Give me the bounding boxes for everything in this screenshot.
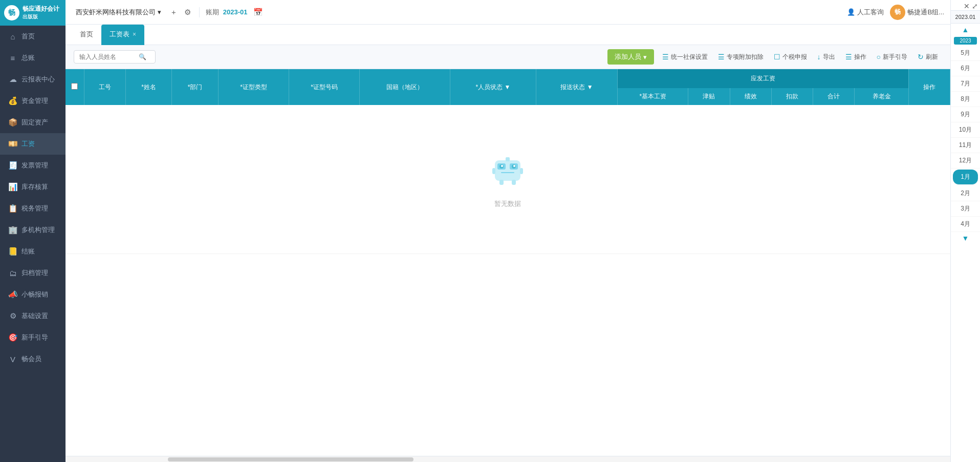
- month-item-4月[interactable]: 4月: [951, 217, 980, 232]
- toolbar-action-1[interactable]: ☰专项附加扣除: [714, 51, 768, 64]
- tab-salary-close[interactable]: ×: [133, 31, 136, 38]
- month-item-3月[interactable]: 3月: [951, 201, 980, 217]
- sidebar-item-多机构管理[interactable]: 🏢多机构管理: [0, 219, 66, 241]
- toolbar-right: 添加人员 ▾ ☰统一社保设置☰专项附加扣除☐个税申报↓导出☰操作○新手引导↻刷新: [607, 49, 942, 65]
- th-status[interactable]: *人员状态 ▼: [450, 69, 536, 105]
- th-performance: 绩效: [730, 88, 771, 105]
- month-item-2月[interactable]: 2月: [951, 186, 980, 201]
- sidebar-item-固定资产[interactable]: 📦固定资产: [0, 112, 66, 133]
- month-item-5月[interactable]: 5月: [951, 46, 980, 61]
- scrollbar-thumb[interactable]: [168, 457, 413, 461]
- sidebar-item-结账[interactable]: 📒结账: [0, 241, 66, 262]
- month-item-11月[interactable]: 11月: [951, 138, 980, 153]
- company-name: 西安虾米网络科技有限公司: [76, 8, 156, 17]
- settings-button[interactable]: ⚙: [182, 6, 193, 19]
- svg-rect-5: [492, 168, 495, 174]
- horizontal-scrollbar[interactable]: [66, 456, 950, 462]
- sidebar-icon-6: 🧾: [8, 161, 17, 170]
- month-item-8月[interactable]: 8月: [951, 92, 980, 107]
- tab-salary[interactable]: 工资表 ×: [101, 25, 144, 45]
- logo-text: 畅应通好会计: [23, 5, 59, 13]
- sidebar-icon-2: ☁: [8, 75, 17, 84]
- sidebar-item-发票管理[interactable]: 🧾发票管理: [0, 155, 66, 176]
- calendar-icon[interactable]: 📅: [251, 6, 265, 19]
- sidebar-label-14: 新手引导: [21, 333, 48, 342]
- th-empno: 工号: [84, 69, 125, 105]
- right-panel: ✕ ⤢ 2023.01 ▲ 20235月6月7月8月9月10月11月12月1月2…: [950, 0, 980, 462]
- company-selector[interactable]: 西安虾米网络科技有限公司 ▾: [72, 6, 165, 19]
- sidebar-item-云报表中心[interactable]: ☁云报表中心: [0, 69, 66, 90]
- nav-down[interactable]: ▼: [951, 232, 980, 244]
- toolbar-action-6[interactable]: ↻刷新: [913, 51, 942, 64]
- sidebar-icon-9: 🏢: [8, 225, 17, 235]
- month-item-6月[interactable]: 6月: [951, 61, 980, 76]
- sidebar-item-畅会员[interactable]: V畅会员: [0, 348, 66, 370]
- th-checkbox[interactable]: [66, 69, 84, 105]
- sidebar: 畅 畅应通好会计 出版版 ⌂首页≡总账☁云报表中心💰资金管理📦固定资产💴工资🧾发…: [0, 0, 66, 462]
- data-table: 工号 *姓名 *部门 *证型类型 *证型号码 国籍（地区） *人员状态 ▼ 报送…: [66, 69, 950, 254]
- sidebar-label-10: 结账: [21, 247, 35, 256]
- sidebar-label-11: 归档管理: [21, 268, 48, 278]
- th-report[interactable]: 报送状态 ▼: [536, 69, 618, 105]
- search-input[interactable]: [79, 53, 136, 60]
- logo-icon: 畅: [4, 5, 19, 20]
- nav-up[interactable]: ▲: [951, 24, 980, 36]
- sidebar-item-小畅报销[interactable]: 📣小畅报销: [0, 284, 66, 305]
- toolbar-action-0[interactable]: ☰统一社保设置: [658, 51, 712, 64]
- close-window-button[interactable]: ✕: [964, 2, 970, 10]
- period-value[interactable]: 2023-01: [223, 8, 248, 16]
- sidebar-icon-8: 📋: [8, 204, 17, 213]
- search-wrapper: 🔍: [74, 50, 156, 64]
- sidebar-item-工资[interactable]: 💴工资: [0, 133, 66, 155]
- sidebar-item-税务管理[interactable]: 📋税务管理: [0, 198, 66, 219]
- sidebar-icon-5: 💴: [8, 139, 17, 149]
- empty-row: 暂无数据: [66, 105, 950, 254]
- month-item-10月[interactable]: 10月: [951, 122, 980, 138]
- sidebar-label-6: 发票管理: [21, 161, 48, 170]
- sidebar-item-资金管理[interactable]: 💰资金管理: [0, 90, 66, 112]
- sidebar-item-归档管理[interactable]: 🗂归档管理: [0, 262, 66, 284]
- maximize-window-button[interactable]: ⤢: [972, 2, 978, 10]
- sidebar-item-首页[interactable]: ⌂首页: [0, 26, 66, 47]
- month-item-9月[interactable]: 9月: [951, 107, 980, 122]
- sidebar-icon-14: 🎯: [8, 333, 17, 342]
- th-allowance: 津贴: [688, 88, 730, 105]
- sidebar-label-2: 云报表中心: [21, 75, 55, 84]
- svg-point-11: [501, 165, 503, 167]
- sidebar-item-基础设置[interactable]: ⚙基础设置: [0, 305, 66, 327]
- select-all-checkbox[interactable]: [71, 83, 78, 90]
- toolbar-action-3[interactable]: ↓导出: [813, 51, 839, 64]
- divider: [199, 7, 200, 17]
- toolbar-action-2[interactable]: ☐个税申报: [770, 51, 811, 64]
- month-item-12月[interactable]: 12月: [951, 153, 980, 169]
- sidebar-item-总账[interactable]: ≡总账: [0, 47, 66, 69]
- empty-icon: [487, 150, 528, 191]
- topbar-right: 👤 人工客询 畅 畅捷通B组...: [847, 5, 944, 20]
- table-container: 工号 *姓名 *部门 *证型类型 *证型号码 国籍（地区） *人员状态 ▼ 报送…: [66, 69, 950, 456]
- toolbar-action-icon-6: ↻: [918, 53, 924, 61]
- th-dept: *部门: [172, 69, 219, 105]
- toolbar-action-5[interactable]: ○新手引导: [873, 51, 911, 64]
- tab-home[interactable]: 首页: [72, 25, 101, 45]
- svg-rect-0: [495, 160, 520, 181]
- add-person-button[interactable]: 添加人员 ▾: [607, 49, 654, 65]
- toolbar-action-icon-5: ○: [877, 53, 881, 61]
- year-badge: 2023: [954, 37, 977, 45]
- toolbar-action-4[interactable]: ☰操作: [841, 51, 870, 64]
- table-header-row1: 工号 *姓名 *部门 *证型类型 *证型号码 国籍（地区） *人员状态 ▼ 报送…: [66, 69, 950, 88]
- service-button[interactable]: 👤 人工客询: [847, 8, 884, 17]
- user-button[interactable]: 畅 畅捷通B组...: [890, 5, 944, 20]
- sidebar-icon-15: V: [8, 355, 17, 364]
- empty-cell: 暂无数据: [66, 105, 950, 254]
- sidebar-label-15: 畅会员: [21, 354, 41, 364]
- month-item-7月[interactable]: 7月: [951, 76, 980, 92]
- sidebar-item-新手引导[interactable]: 🎯新手引导: [0, 327, 66, 348]
- add-button[interactable]: +: [169, 6, 178, 18]
- sidebar-label-13: 基础设置: [21, 311, 48, 321]
- toolbar-action-label-4: 操作: [854, 53, 866, 61]
- sidebar-icon-3: 💰: [8, 96, 17, 106]
- sidebar-item-库存核算[interactable]: 📊库存核算: [0, 176, 66, 198]
- month-item-1月[interactable]: 1月: [953, 170, 978, 185]
- th-deduction: 扣款: [771, 88, 813, 105]
- th-base-salary: *基本工资: [618, 88, 688, 105]
